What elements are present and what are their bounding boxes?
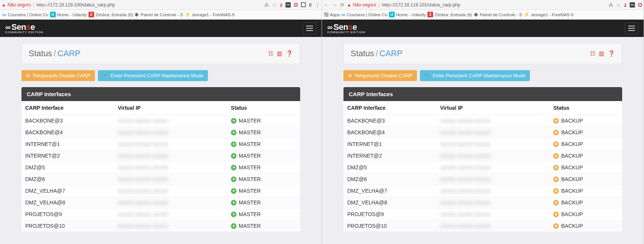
help-icon[interactable]: ❓ [286,50,293,57]
ext-icon[interactable]: ••• [285,2,291,8]
play-icon [231,165,237,170]
bookmark-apps[interactable]: Apps [324,12,340,17]
play-icon [231,141,237,147]
square-icon[interactable] [301,2,306,7]
app-logo[interactable]: ∞Sense COMMUNITY EDITION [327,23,365,34]
bookmark-storage[interactable]: ⚡storage1 - FreeNAS-9 [185,12,235,17]
cell-interface: PROJETOS@10 [21,220,114,232]
security-warning[interactable]: ▲ Não seguro [2,2,31,8]
forward-button[interactable]: → [332,2,337,8]
play-icon [231,176,237,182]
bookmark-udacity[interactable]: UHome - Udacity [389,12,426,17]
cell-interface: BACKBONE@3 [343,115,436,127]
protocol: https [37,2,46,8]
carp-panel: CARP Interfaces CARP Interface Virtual I… [21,87,300,232]
maintenance-mode-button[interactable]: 🔧Enter Persistent CARP Maintenance Mode [420,70,530,81]
ext-icon[interactable]: ••• [630,2,635,8]
cell-status: BACKUP [549,197,622,209]
menu-toggle-button[interactable] [625,22,638,34]
eye-icon[interactable]: ë [309,2,312,8]
bookmark-coursera[interactable]: ∞Coursera | Online Co [341,11,388,18]
cell-vip: xxxxxx xxxxxx xxxxxx [114,197,227,209]
z-extension-icon[interactable]: z [280,2,282,8]
status-text: BACKUP [561,129,583,135]
table-row: DMZ@5xxxxxx xxxxxx xxxxxxMASTER [21,162,300,173]
ban-icon: ⊘ [348,73,352,78]
reload-button[interactable]: ⟳ [340,2,345,8]
status-text: MASTER [239,199,261,206]
panel-actions: ☷ ▥ ❓ [590,50,615,57]
bookmarks-bar: Apps ∞Coursera | Online Co UHome - Udaci… [322,10,644,20]
menu-dots-icon[interactable]: ⋮ [315,2,320,8]
cell-status: BACKUP [549,138,622,150]
table-row: BACKBONE@3xxxxxx xxxxxx xxxxxxBACKUP [343,115,622,127]
table-row: INTERNET@2xxxxxx xxxxxx xxxxxxBACKUP [343,150,622,162]
panel-actions: ☷ ▥ ❓ [268,50,293,57]
help-icon[interactable]: ❓ [608,50,615,57]
cell-status: BACKUP [549,185,622,197]
cell-interface: BACKBONE@4 [21,127,114,138]
cell-interface: DMZ_VELHA@8 [343,197,436,209]
nav-arrows: ← → ⟳ [324,2,345,8]
disable-carp-button[interactable]: ⊘Temporarily Disable CARP [343,70,417,81]
status-text: BACKUP [561,199,583,206]
action-buttons: ⊘Temporarily Disable CARP 🔧Enter Persist… [343,70,622,81]
cell-status: MASTER [227,220,300,232]
zimbra-icon: Z [427,12,433,17]
cell-vip: xxxxxx xxxxxx xxxxxx [114,185,227,197]
translate-icon[interactable]: ⁂ [264,2,269,8]
pause-icon [553,200,559,206]
cell-interface: PROJETOS@9 [21,209,114,220]
bookmark-painel[interactable]: ✱Painel de Controle - S [474,12,522,18]
crumb-page[interactable]: CARP [58,49,81,58]
opera-icon[interactable]: O [294,2,298,8]
bookmarks-bar: ∞Coursera | Online Co UHome - Udacity ZZ… [0,10,322,20]
app-navbar: ∞Sense COMMUNITY EDITION [322,20,644,37]
disable-carp-button[interactable]: ⊘Temporarily Disable CARP [21,70,95,81]
cell-status: BACKUP [549,127,622,138]
menu-toggle-button[interactable] [303,22,316,34]
url-path: ://172.18.119.101/status_carp.php [392,2,460,8]
security-warning[interactable]: ▲ Não seguro [347,2,376,8]
chart-icon[interactable]: ▥ [599,50,604,57]
cell-vip: xxxxxx xxxxxx xxxxxx [436,185,549,197]
sliders-icon[interactable]: ☷ [590,50,595,57]
logo-subtitle: COMMUNITY EDITION [5,31,43,34]
back-button[interactable]: ← [324,2,329,8]
cell-status: MASTER [227,127,300,138]
bookmark-zimbra[interactable]: ZZimbra: Entrada (6) [427,12,472,17]
bolt-icon: ⚡ [185,12,191,17]
translate-icon[interactable]: ⁂ [609,2,613,8]
logo-mark-icon: ∞ [5,23,11,31]
opera-icon[interactable]: O [638,2,642,8]
infinity-icon: ∞ [2,11,6,18]
play-icon [231,223,237,229]
table-row: INTERNET@1xxxxxx xxxxxx xxxxxxBACKUP [343,138,622,150]
pause-icon [553,165,559,170]
app-logo[interactable]: ∞Sense COMMUNITY EDITION [5,23,43,34]
bookmark-coursera[interactable]: ∞Coursera | Online Co [2,11,49,18]
table-row: INTERNET@1xxxxxx xxxxxx xxxxxxMASTER [21,138,300,150]
bookmark-star-icon[interactable]: ☆ [616,2,621,8]
cell-interface: INTERNET@2 [21,150,114,162]
url-field[interactable]: https://172.18.119.101/status_carp.php [382,2,606,8]
bookmark-zimbra[interactable]: ZZimbra: Entrada (6) [89,12,133,17]
crumb-page[interactable]: CARP [380,49,403,58]
logo-subtitle: COMMUNITY EDITION [327,31,365,34]
play-icon [231,118,237,124]
z-extension-icon[interactable]: z [624,2,627,8]
maintenance-mode-button[interactable]: 🔧Enter Persistent CARP Maintenance Mode [98,70,208,81]
sliders-icon[interactable]: ☷ [268,50,273,57]
col-interface: CARP Interface [21,101,114,115]
bookmark-painel[interactable]: ✱Painel de Controle - S [134,12,183,18]
cell-interface: INTERNET@1 [21,138,114,150]
col-vip: Virtual IP [436,101,549,115]
bookmark-storage[interactable]: ⚡storage1 - FreeNAS-9 [523,12,574,17]
carp-table: CARP Interface Virtual IP Status BACKBON… [21,101,300,232]
url-field[interactable]: https://172.18.119.100/status_carp.php [37,2,262,8]
bookmark-udacity[interactable]: UHome - Udacity [50,12,87,17]
pause-icon [553,223,559,229]
bolt-icon: ⚡ [523,12,530,17]
bookmark-star-icon[interactable]: ☆ [272,2,277,8]
chart-icon[interactable]: ▥ [277,50,282,57]
